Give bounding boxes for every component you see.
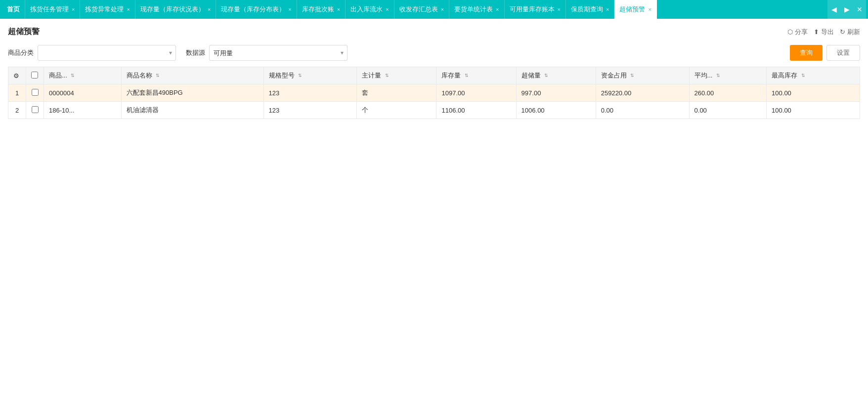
nav-tab-order-stats-close[interactable]: × [496, 6, 499, 12]
sort-icon-product-name[interactable]: ⇅ [156, 74, 160, 78]
col-max-stock: 最高库存 ⇅ [767, 67, 860, 84]
col-checkbox-header [26, 67, 44, 84]
share-label: 分享 [795, 28, 808, 37]
col-avg-label: 平均... [694, 72, 713, 79]
nav-tab-expiry-query-close[interactable]: × [606, 6, 609, 12]
nav-tab-home[interactable]: 首页 [2, 0, 25, 19]
share-button[interactable]: ⬡ 分享 [787, 28, 808, 37]
nav-tab-available-account-close[interactable]: × [558, 6, 561, 12]
nav-tab-inventory-status[interactable]: 现存量（库存状况表） × [135, 0, 216, 19]
row-unit: 个 [357, 102, 436, 119]
page-header: 超储预警 ⬡ 分享 ⬆ 导出 ↻ 刷新 [8, 27, 860, 37]
share-icon: ⬡ [787, 28, 793, 36]
nav-tab-pick-task-label: 拣货任务管理 [30, 5, 69, 14]
nav-tab-inventory-dist[interactable]: 现存量（库存分布表） × [216, 0, 297, 19]
sort-icon-capital[interactable]: ⇅ [630, 74, 634, 78]
row-checkbox[interactable] [32, 89, 39, 96]
row-spec: 123 [263, 102, 357, 119]
col-unit-label: 主计量 [362, 72, 381, 79]
sort-icon-stock[interactable]: ⇅ [465, 74, 469, 78]
nav-tab-order-stats[interactable]: 要货单统计表 × [449, 0, 504, 19]
nav-tab-batch-account[interactable]: 库存批次账 × [297, 0, 346, 19]
nav-tab-pick-task[interactable]: 拣货任务管理 × [25, 0, 80, 19]
sort-icon-avg[interactable]: ⇅ [716, 74, 720, 78]
nav-tab-pick-abnormal-label: 拣货异常处理 [85, 5, 124, 14]
col-stock-label: 库存量 [441, 72, 461, 79]
col-spec-label: 规格型号 [269, 72, 295, 79]
nav-tab-inventory-status-close[interactable]: × [208, 6, 211, 12]
nav-tab-receive-summary[interactable]: 收发存汇总表 × [394, 0, 449, 19]
export-button[interactable]: ⬆ 导出 [814, 28, 834, 37]
main-content: 超储预警 ⬡ 分享 ⬆ 导出 ↻ 刷新 商品分类 [0, 19, 868, 395]
col-product-code: 商品... ⇅ [44, 67, 122, 84]
nav-arrow-left[interactable]: ◀ [827, 0, 840, 19]
nav-tab-inventory-dist-label: 现存量（库存分布表） [221, 5, 285, 14]
export-label: 导出 [821, 28, 834, 37]
filter-row: 商品分类 数据源 可用量 库存量 查询 设置 [8, 45, 860, 61]
nav-tab-expiry-query[interactable]: 保质期查询 × [566, 0, 614, 19]
nav-arrows: ◀ ▶ ✕ [827, 0, 866, 19]
nav-tab-inventory-dist-close[interactable]: × [288, 6, 291, 12]
col-gear: ⚙ [8, 67, 26, 84]
row-max-stock: 100.00 [767, 102, 860, 119]
table-row: 1 0000004 六配套新昌490BPG 123 套 1097.00 997.… [8, 84, 860, 102]
row-overstock: 997.00 [516, 84, 596, 102]
refresh-icon: ↻ [840, 28, 845, 36]
nav-tab-overstock-warning-label: 超储预警 [619, 5, 645, 14]
settings-button[interactable]: 设置 [826, 45, 860, 61]
nav-tab-pick-abnormal[interactable]: 拣货异常处理 × [80, 0, 135, 19]
nav-tab-inout-flow[interactable]: 出入库流水 × [346, 0, 394, 19]
col-max-stock-label: 最高库存 [772, 72, 797, 79]
nav-tab-expiry-query-label: 保质期查询 [571, 5, 603, 14]
sort-icon-overstock[interactable]: ⇅ [544, 74, 548, 78]
col-product-code-label: 商品... [49, 72, 67, 79]
col-spec: 规格型号 ⇅ [263, 67, 357, 84]
nav-tab-overstock-warning[interactable]: 超储预警 × [614, 0, 656, 19]
gear-icon[interactable]: ⚙ [13, 72, 19, 79]
nav-arrow-right[interactable]: ▶ [840, 0, 853, 19]
sort-icon-max-stock[interactable]: ⇅ [801, 74, 805, 78]
sort-icon-spec[interactable]: ⇅ [298, 74, 302, 78]
nav-tab-inventory-status-label: 现存量（库存状况表） [140, 5, 205, 14]
select-all-checkbox[interactable] [31, 72, 38, 79]
nav-tab-batch-account-close[interactable]: × [337, 6, 340, 12]
row-unit: 套 [357, 84, 436, 102]
nav-tab-inout-flow-close[interactable]: × [386, 6, 389, 12]
category-filter: 商品分类 [8, 45, 176, 61]
nav-tab-receive-summary-close[interactable]: × [441, 6, 444, 12]
row-stock: 1097.00 [436, 84, 516, 102]
category-select-wrapper [38, 45, 176, 61]
nav-tab-home-label: 首页 [7, 5, 20, 14]
data-table: ⚙ 商品... ⇅ 商品名称 ⇅ 规格型号 ⇅ 主计量 [8, 67, 860, 119]
col-unit: 主计量 ⇅ [357, 67, 436, 84]
nav-tab-pick-abnormal-close[interactable]: × [127, 6, 130, 12]
sort-icon-unit[interactable]: ⇅ [385, 74, 389, 78]
category-filter-label: 商品分类 [8, 48, 34, 57]
table-header-row: ⚙ 商品... ⇅ 商品名称 ⇅ 规格型号 ⇅ 主计量 [8, 67, 860, 84]
table-body: 1 0000004 六配套新昌490BPG 123 套 1097.00 997.… [8, 84, 860, 119]
nav-tab-available-account[interactable]: 可用量库存账本 × [505, 0, 566, 19]
query-button[interactable]: 查询 [790, 45, 823, 61]
row-product-code: 186-10... [44, 102, 122, 119]
row-max-stock: 100.00 [767, 84, 860, 102]
row-seq: 1 [8, 84, 26, 102]
row-overstock: 1006.00 [516, 102, 596, 119]
nav-tab-pick-task-close[interactable]: × [72, 6, 75, 12]
col-avg: 平均... ⇅ [689, 67, 767, 84]
datasource-select[interactable]: 可用量 库存量 [209, 45, 347, 61]
row-product-name: 机油滤清器 [121, 102, 263, 119]
export-icon: ⬆ [814, 28, 819, 36]
nav-arrow-close-all[interactable]: ✕ [853, 0, 866, 19]
row-product-name: 六配套新昌490BPG [121, 84, 263, 102]
category-select[interactable] [38, 45, 176, 61]
nav-tab-overstock-warning-close[interactable]: × [648, 6, 651, 12]
nav-tab-available-account-label: 可用量库存账本 [510, 5, 555, 14]
nav-tab-receive-summary-label: 收发存汇总表 [399, 5, 438, 14]
refresh-button[interactable]: ↻ 刷新 [840, 28, 860, 37]
row-capital: 0.00 [596, 102, 689, 119]
row-checkbox[interactable] [32, 106, 39, 113]
col-overstock-label: 超储量 [521, 72, 541, 79]
refresh-label: 刷新 [847, 28, 860, 37]
row-capital: 259220.00 [596, 84, 689, 102]
sort-icon-product-code[interactable]: ⇅ [71, 74, 75, 78]
